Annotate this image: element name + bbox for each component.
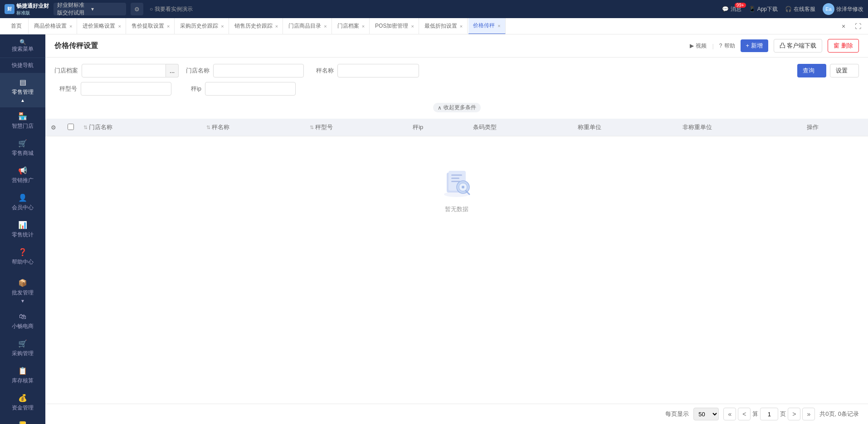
tab-pos-manage[interactable]: POS加密管理 × — [371, 18, 419, 34]
tab-price-scale[interactable]: 价格传秤 × — [468, 18, 505, 34]
last-page-button[interactable]: » — [802, 408, 815, 420]
query-buttons: 查询 设置 — [797, 64, 859, 77]
user-menu-button[interactable]: Ea 徐泽华修改 — [823, 3, 863, 15]
sidebar-search[interactable]: 🔍 搜索菜单 — [0, 34, 45, 58]
scale-name-input[interactable] — [337, 64, 419, 77]
table-scale-ip-header: 秤ip — [409, 119, 469, 136]
tab-min-discount[interactable]: 最低折扣设置 × — [420, 18, 468, 34]
tab-sale-history[interactable]: 销售历史价跟踪 × — [230, 18, 283, 34]
tab-price-setting[interactable]: 商品价格设置 × — [29, 18, 77, 34]
page-suffix: 页 — [780, 410, 786, 418]
logo-text: 畅捷通好业财 标准版 — [16, 2, 49, 16]
sidebar-item-wholesale[interactable]: 📦 批发管理 ▼ — [0, 274, 45, 308]
video-link[interactable]: ▶ 视频 — [690, 42, 707, 50]
close-window-button[interactable]: × — [837, 20, 850, 33]
sidebar-item-retail-mall[interactable]: 🛒 零售商城 — [0, 135, 45, 162]
sidebar-item-ledger[interactable]: 📒 总账管理 — [0, 416, 45, 424]
topbar-settings-button[interactable]: ⚙ — [131, 3, 143, 15]
download-client-button[interactable]: 凸 客户端下载 — [774, 39, 823, 53]
sidebar-item-retail-stats[interactable]: 📊 零售统计 — [0, 216, 45, 243]
app-download-button[interactable]: 📱 App下载 — [749, 5, 778, 13]
table-scale-name-header[interactable]: 秤名称 — [203, 119, 306, 136]
tab-store-catalog[interactable]: 门店商品目录 × — [284, 18, 332, 34]
delete-button[interactable]: 窗 删除 — [828, 39, 859, 53]
store-profile-dots-button[interactable]: ... — [166, 64, 179, 77]
content-header: 价格传秤设置 ▶ 视频 | ? 帮助 + 新增 凸 客户端下载 窗 — [45, 34, 868, 58]
table-settings-header[interactable]: ⚙ — [45, 119, 62, 136]
scale-model-input[interactable] — [81, 82, 171, 96]
close-icon[interactable]: × — [497, 23, 500, 29]
search-form: 门店档案 ... 门店名称 秤名称 查 — [45, 58, 868, 119]
sidebar-item-marketing[interactable]: 📢 营销推广 — [0, 162, 45, 189]
tab-actions: × ⛶ — [837, 20, 868, 33]
version-select[interactable]: 好业财标准版交付试用 ▾ — [54, 3, 126, 15]
store-profile-input[interactable] — [82, 64, 166, 77]
table-header-row: ⚙ 门店名称 秤名称 秤型号 秤ip 条码类型 称重单位 非称重单位 操作 — [45, 119, 868, 136]
retail-stats-icon: 📊 — [18, 221, 27, 229]
select-all-checkbox[interactable] — [68, 124, 74, 130]
sidebar: 🔍 搜索菜单 快捷导航 ▤ 零售管理 ▲ 🏪 智慧门店 🛒 零售商城 📢 营销推… — [0, 34, 45, 424]
member-icon: 👤 — [18, 193, 27, 202]
per-page-label: 每页显示 — [665, 410, 689, 418]
table-scale-model-header[interactable]: 秤型号 — [306, 119, 409, 136]
close-icon[interactable]: × — [324, 24, 327, 29]
close-icon[interactable]: × — [221, 24, 224, 29]
close-icon[interactable]: × — [362, 24, 365, 29]
scale-name-field: 秤名称 — [311, 64, 419, 77]
tab-store-profile[interactable]: 门店档案 × — [333, 18, 370, 34]
sidebar-item-member[interactable]: 👤 会员中心 — [0, 189, 45, 216]
header-actions: ▶ 视频 | ? 帮助 + 新增 凸 客户端下载 窗 删除 — [690, 39, 859, 53]
table-store-name-header[interactable]: 门店名称 — [80, 119, 203, 136]
close-icon[interactable]: × — [69, 24, 72, 29]
form-row-2: 秤型号 秤ip — [54, 82, 859, 96]
store-name-input[interactable] — [213, 64, 304, 77]
demo-button[interactable]: 我要看实例演示 — [150, 5, 193, 13]
collapse-button[interactable]: ∧ 收起更多条件 — [433, 103, 481, 112]
help-link[interactable]: ? 帮助 — [719, 42, 735, 50]
sidebar-item-help[interactable]: ❓ 帮助中心 — [0, 243, 45, 270]
ledger-icon: 📒 — [18, 421, 27, 424]
page-number-input[interactable] — [760, 408, 778, 420]
scale-ip-input[interactable] — [205, 82, 296, 96]
page-info: 算 页 — [752, 408, 786, 420]
tab-home[interactable]: 首页 — [5, 18, 29, 34]
close-icon[interactable]: × — [460, 24, 463, 29]
settings-query-button[interactable]: 设置 — [830, 64, 859, 77]
table-body: 暂无数据 — [45, 136, 868, 241]
tab-purchase-strategy[interactable]: 进价策略设置 × — [78, 18, 126, 34]
first-page-button[interactable]: « — [723, 408, 736, 420]
retail-mall-icon: 🛒 — [18, 139, 27, 148]
table-checkbox-header[interactable] — [62, 119, 80, 136]
close-icon[interactable]: × — [275, 24, 278, 29]
close-icon[interactable]: × — [118, 24, 121, 29]
table-barcode-type-header: 条码类型 — [469, 119, 574, 136]
table-wrap: ⚙ 门店名称 秤名称 秤型号 秤ip 条码类型 称重单位 非称重单位 操作 — [45, 119, 868, 404]
topbar: 财 畅捷通好业财 标准版 好业财标准版交付试用 ▾ ⚙ 我要看实例演示 💬 消息… — [0, 0, 868, 18]
online-service-button[interactable]: 🎧 在线客服 — [785, 5, 815, 13]
sidebar-item-retail-mgmt[interactable]: ▤ 零售管理 ▲ — [0, 73, 45, 107]
expand-window-button[interactable]: ⛶ — [852, 20, 864, 33]
page-total: 共0页, 0条记录 — [819, 410, 859, 418]
next-page-button[interactable]: > — [788, 408, 800, 420]
help-icon: ❓ — [18, 248, 27, 256]
sidebar-item-xiao-chang[interactable]: 🛍 小畅电商 — [0, 308, 45, 335]
query-button[interactable]: 查询 — [797, 64, 826, 77]
tab-purchase-history[interactable]: 采购历史价跟踪 × — [176, 18, 229, 34]
per-page-select[interactable]: 10 20 50 100 — [693, 408, 719, 420]
close-icon[interactable]: × — [167, 24, 170, 29]
sidebar-item-smart-store[interactable]: 🏪 智慧门店 — [0, 107, 45, 135]
sidebar-item-inventory[interactable]: 📋 库存核算 — [0, 362, 45, 389]
store-name-field: 门店名称 — [186, 64, 304, 77]
sidebar-item-finance[interactable]: 💰 资金管理 — [0, 389, 45, 416]
store-profile-field: 门店档案 ... — [54, 64, 179, 77]
messages-button[interactable]: 💬 消息 99+ — [722, 5, 741, 13]
tab-sale-pickup[interactable]: 售价提取设置 × — [127, 18, 175, 34]
scale-ip-label: 秤ip — [179, 85, 201, 93]
prev-page-button[interactable]: < — [738, 408, 751, 420]
retail-mgmt-icon: ▤ — [20, 78, 26, 87]
chevron-down-icon: ▾ — [91, 6, 122, 12]
close-icon[interactable]: × — [411, 24, 414, 29]
add-button[interactable]: + 新增 — [741, 39, 768, 52]
sidebar-quicknav[interactable]: 快捷导航 — [0, 58, 45, 73]
sidebar-item-purchase[interactable]: 🛒 采购管理 — [0, 335, 45, 362]
